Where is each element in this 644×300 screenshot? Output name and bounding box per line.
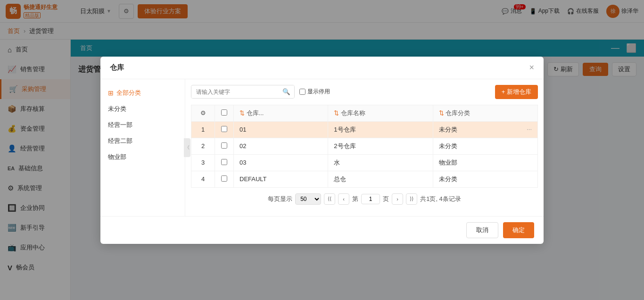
row-index-4: 4 [191, 171, 215, 187]
modal-footer: 取消 确定 [100, 216, 544, 244]
col-cat-sort-icon: ⇅ [439, 109, 444, 117]
collapse-button[interactable]: 《 [184, 138, 190, 157]
modal-overlay: 仓库 × 《 ⊞ 全部分类 未分类 经营一部 经营二部 [0, 0, 644, 300]
row-cb-3[interactable] [215, 154, 234, 171]
modal-title: 仓库 [110, 63, 124, 72]
per-page-select[interactable]: 50 100 [295, 193, 321, 205]
select-all-checkbox[interactable] [221, 109, 227, 116]
table-row[interactable]: 4 DEFAULT 总仓 未分类 [191, 171, 538, 187]
col-name-label: 仓库名称 [341, 109, 365, 117]
row-cat-1: 未分类··· [433, 121, 537, 138]
add-warehouse-button[interactable]: + 新增仓库 [495, 85, 538, 99]
category-all-label: 全部分类 [116, 89, 141, 97]
col-code-header: ⇅ 仓库... [234, 105, 328, 121]
col-name-sort-icon: ⇅ [334, 109, 339, 117]
close-button[interactable]: × [529, 63, 534, 72]
page-label: 第 [352, 195, 358, 203]
table-header-row: ⚙ ⇅ 仓库... ⇅ [191, 105, 538, 121]
grid-icon: ⊞ [108, 89, 114, 97]
page-suffix: 页 [383, 195, 389, 203]
row-code-4: DEFAULT [234, 171, 328, 187]
col-category-label: 仓库分类 [446, 109, 470, 117]
row-code-1: 01 [234, 121, 328, 138]
row-name-1: 1号仓库 [328, 121, 433, 138]
col-category-header: ⇅ 仓库分类 [433, 105, 537, 121]
row-name-4: 总仓 [328, 171, 433, 187]
search-button[interactable]: 🔍 [279, 85, 294, 98]
cancel-button[interactable]: 取消 [466, 222, 498, 238]
category-unclassified[interactable]: 未分类 [100, 101, 185, 117]
row-cat-4: 未分类 [433, 171, 537, 187]
search-input[interactable] [191, 86, 279, 98]
table-panel: 🔍 显示停用 + 新增仓库 ⚙ [185, 79, 544, 216]
row-cb-4[interactable] [215, 171, 234, 187]
category-property[interactable]: 物业部 [100, 149, 185, 165]
confirm-button[interactable]: 确定 [503, 222, 534, 238]
row-code-3: 03 [234, 154, 328, 171]
pagination: 每页显示 50 100 ⟨⟨ ‹ 第 页 › ⟩⟩ 共1页, 4条记录 [191, 188, 538, 210]
category-property-label: 物业部 [108, 153, 126, 161]
sort-icon: ⇅ [239, 109, 245, 117]
per-page-label: 每页显示 [268, 195, 292, 203]
modal-body: 《 ⊞ 全部分类 未分类 经营一部 经营二部 物业部 [100, 79, 544, 216]
warehouse-modal: 仓库 × 《 ⊞ 全部分类 未分类 经营一部 经营二部 [100, 57, 544, 244]
table-row[interactable]: 1 01 1号仓库 未分类··· [191, 121, 538, 138]
row-cb-1[interactable] [215, 121, 234, 138]
category-unclassified-label: 未分类 [108, 105, 126, 113]
col-settings: ⚙ [191, 105, 215, 121]
col-name-header: ⇅ 仓库名称 [328, 105, 433, 121]
settings-col-icon: ⚙ [200, 109, 206, 117]
page-prev-button[interactable]: ‹ [338, 193, 349, 205]
show-disabled-label[interactable]: 显示停用 [299, 88, 330, 96]
show-disabled-checkbox[interactable] [299, 89, 305, 95]
row-cat-3: 物业部 [433, 154, 537, 171]
category-ops2-label: 经营二部 [108, 137, 132, 145]
page-next-button[interactable]: › [392, 193, 403, 205]
col-code-label: 仓库... [247, 109, 264, 117]
show-disabled-text: 显示停用 [307, 88, 330, 96]
row-index-1: 1 [191, 121, 215, 138]
page-last-button[interactable]: ⟩⟩ [406, 193, 417, 205]
category-all[interactable]: ⊞ 全部分类 [100, 85, 185, 101]
category-ops1[interactable]: 经营一部 [100, 117, 185, 133]
row-cb-2[interactable] [215, 138, 234, 154]
row-cat-2: 未分类 [433, 138, 537, 154]
table-body: 1 01 1号仓库 未分类··· 2 02 2号仓库 [191, 121, 538, 187]
page-number-input[interactable] [361, 194, 380, 204]
warehouse-table: ⚙ ⇅ 仓库... ⇅ [191, 105, 538, 188]
search-box: 🔍 [191, 85, 295, 99]
table-head: ⚙ ⇅ 仓库... ⇅ [191, 105, 538, 121]
category-ops2[interactable]: 经营二部 [100, 133, 185, 149]
col-checkbox [215, 105, 234, 121]
row-index-2: 2 [191, 138, 215, 154]
category-ops1-label: 经营一部 [108, 121, 132, 129]
category-panel: 《 ⊞ 全部分类 未分类 经营一部 经营二部 物业部 [100, 79, 185, 216]
table-row[interactable]: 3 03 水 物业部 [191, 154, 538, 171]
table-row[interactable]: 2 02 2号仓库 未分类 [191, 138, 538, 154]
total-info: 共1页, 4条记录 [420, 195, 461, 203]
row-index-3: 3 [191, 154, 215, 171]
row-name-2: 2号仓库 [328, 138, 433, 154]
page-first-button[interactable]: ⟨⟨ [324, 193, 335, 205]
table-container: ⚙ ⇅ 仓库... ⇅ [191, 105, 538, 188]
table-toolbar: 🔍 显示停用 + 新增仓库 [191, 85, 538, 99]
row-code-2: 02 [234, 138, 328, 154]
modal-header: 仓库 × [100, 57, 544, 79]
row-name-3: 水 [328, 154, 433, 171]
